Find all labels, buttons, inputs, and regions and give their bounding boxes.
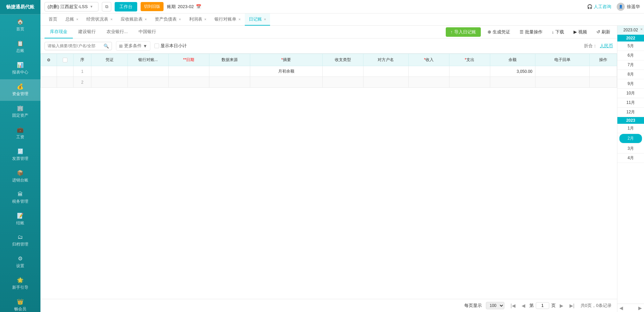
search-input-wrap[interactable]: 🔍: [45, 42, 112, 50]
refresh-icon: ↺: [596, 29, 600, 34]
prev-page-button[interactable]: ◀: [520, 302, 527, 309]
sidebar-item-purchase[interactable]: 📦 进销台账: [0, 166, 40, 187]
sub-tab-ccb[interactable]: 建设银行: [73, 26, 101, 38]
main-content: 库存现金 建设银行 农业银行... 中国银行 ↑ 导入日记账: [40, 26, 617, 312]
month-item-2022-08[interactable]: 8月: [617, 70, 644, 79]
tab-close-icon[interactable]: ×: [179, 17, 181, 21]
journal-table: ⚙ 序 凭证 银行对账... **日期 数据来源: [40, 54, 617, 88]
tab-assets[interactable]: 资产负债表 ×: [151, 13, 185, 26]
sidebar-item-label: 设置: [16, 263, 24, 269]
sidebar-item-assets[interactable]: 🏢 固定资产: [0, 101, 40, 122]
tab-profit[interactable]: 利润表 ×: [185, 13, 210, 26]
calendar-icon[interactable]: 📅: [196, 4, 201, 9]
sidebar-item-tax[interactable]: 🏛 税务管理: [0, 187, 40, 208]
month-item-2022-06[interactable]: 6月: [617, 51, 644, 60]
tab-journal[interactable]: 日记账 ×: [245, 13, 270, 26]
row-voucher: [91, 77, 127, 88]
first-page-button[interactable]: |◀: [508, 302, 518, 309]
switch-old-button[interactable]: 切到旧版: [141, 2, 164, 11]
sidebar-item-reports[interactable]: 📊 报表中心: [0, 58, 40, 79]
sub-tab-boc[interactable]: 中国银行: [133, 26, 162, 38]
month-item-2022-09[interactable]: 9月: [617, 79, 644, 89]
row-balance: 3,050.00: [490, 66, 535, 77]
member-icon: 👑: [17, 299, 24, 305]
month-item-2022-05[interactable]: 5月: [617, 41, 644, 51]
generate-voucher-button[interactable]: ⊕ 生成凭证: [485, 28, 513, 36]
sub-tab-abc[interactable]: 农业银行...: [101, 26, 133, 38]
currency-value[interactable]: 人民币: [600, 43, 613, 49]
month-item-2022-11[interactable]: 11月: [617, 98, 644, 108]
download-button[interactable]: ↓ 下载: [549, 28, 567, 36]
date-panel-close-button[interactable]: ×: [640, 27, 643, 32]
date-prev-button[interactable]: ◀: [619, 305, 623, 311]
user-info[interactable]: 👤 徐遥华: [617, 3, 640, 11]
tab-business[interactable]: 经营状况表 ×: [82, 13, 116, 26]
assets-icon: 🏢: [17, 105, 24, 111]
row-number: 1: [73, 66, 91, 77]
row-date: [168, 77, 209, 88]
sidebar-item-ledger[interactable]: 📋 总账: [0, 36, 40, 58]
sidebar-item-close[interactable]: 📝 结账: [0, 208, 40, 230]
row-income-type: [322, 77, 363, 88]
tab-close-icon[interactable]: ×: [264, 17, 266, 21]
search-icon[interactable]: 🔍: [104, 44, 109, 49]
batch-operation-button[interactable]: ☰ 批量操作: [517, 28, 545, 36]
row-balance: [490, 77, 535, 88]
sidebar-item-home[interactable]: 🏠 首页: [0, 15, 40, 36]
sidebar-item-settings[interactable]: ⚙ 设置: [0, 251, 40, 273]
show-daily-total-label[interactable]: 显示本日小计: [154, 43, 187, 49]
last-page-button[interactable]: ▶|: [567, 302, 577, 309]
tab-close-icon[interactable]: ×: [204, 17, 206, 21]
sidebar-item-member[interactable]: 👑 畅会员: [0, 294, 40, 312]
purchase-icon: 📦: [17, 170, 24, 176]
import-button[interactable]: ↑ 导入日记账: [446, 27, 481, 37]
tab-close-icon[interactable]: ×: [238, 17, 240, 21]
month-item-2023-02[interactable]: 2月: [619, 134, 642, 143]
col-header-check[interactable]: [57, 54, 73, 66]
sidebar-item-label: 首页: [16, 26, 24, 32]
tab-bank[interactable]: 银行对账单 ×: [210, 13, 244, 26]
sidebar-item-label: 总账: [16, 48, 24, 54]
month-item-2022-12[interactable]: 12月: [617, 108, 644, 117]
page-input[interactable]: [536, 302, 549, 309]
tab-ledger[interactable]: 总账 ×: [61, 13, 82, 26]
refresh-button[interactable]: ↺ 刷新: [594, 28, 613, 36]
show-daily-total-checkbox[interactable]: [154, 44, 159, 48]
sub-tab-cash[interactable]: 库存现金: [45, 26, 73, 38]
next-page-button[interactable]: ▶: [558, 302, 565, 309]
per-page-select[interactable]: 100 50 200: [486, 302, 504, 309]
select-all-checkbox[interactable]: [63, 58, 67, 62]
workspace-button[interactable]: 工作台: [115, 2, 137, 11]
row-income-type: [322, 66, 363, 77]
sidebar-item-salary[interactable]: 💼 工资: [0, 122, 40, 144]
col-header-settings[interactable]: ⚙: [41, 54, 57, 66]
date-next-button[interactable]: ▶: [638, 305, 642, 311]
tab-receivable[interactable]: 应收账款表 ×: [117, 13, 151, 26]
sidebar-item-archive[interactable]: 🗂 归档管理: [0, 230, 40, 251]
video-button[interactable]: ▶ 视频: [571, 28, 590, 36]
avatar: 👤: [617, 3, 625, 11]
row-income: [408, 77, 449, 88]
month-item-2023-04[interactable]: 4月: [617, 153, 644, 163]
tab-bar: 首页 总账 × 经营状况表 × 应收账款表 × 资产负债表 × 利润表 × 银行…: [40, 13, 644, 26]
sidebar-item-guide[interactable]: 🌟 新手引导: [0, 273, 40, 294]
filter-button[interactable]: ⊞ 更多条件 ▼: [116, 41, 150, 51]
month-item-2023-01[interactable]: 1月: [617, 124, 644, 133]
row-edoc: [535, 66, 590, 77]
support-link[interactable]: 🎧 人工咨询: [587, 4, 611, 10]
tab-home[interactable]: 首页: [45, 13, 61, 26]
sidebar-item-finance[interactable]: 💰 资金管理: [0, 79, 40, 101]
search-input[interactable]: [48, 44, 101, 48]
chevron-down-icon: ▼: [143, 44, 147, 49]
company-selector[interactable]: (勿删) 江西超宝-LSS ▼: [45, 2, 98, 11]
tab-close-icon[interactable]: ×: [76, 17, 78, 21]
sidebar-item-invoice[interactable]: 🧾 发票管理: [0, 144, 40, 166]
tab-close-icon[interactable]: ×: [110, 17, 112, 21]
month-item-2022-10[interactable]: 10月: [617, 89, 644, 98]
tab-close-icon[interactable]: ×: [145, 17, 147, 21]
month-item-2022-07[interactable]: 7月: [617, 60, 644, 70]
copy-button[interactable]: ⧉: [102, 2, 111, 11]
sub-tab-label: 建设银行: [78, 29, 96, 35]
month-item-2023-03[interactable]: 3月: [617, 144, 644, 153]
filter-icon: ⊞: [119, 44, 123, 49]
